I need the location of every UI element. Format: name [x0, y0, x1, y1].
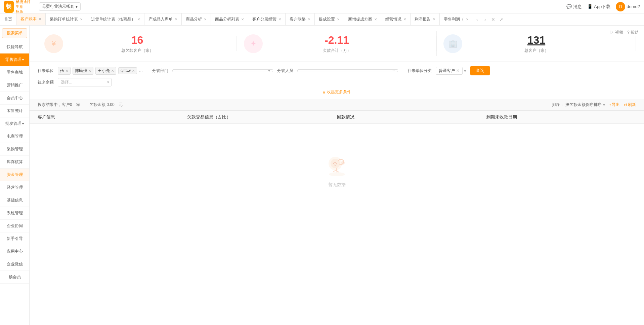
- tab-business[interactable]: 经营情况 ✕: [381, 13, 411, 26]
- export-icon: ↑: [609, 103, 611, 107]
- filter-tag-cjttcw: cjttcw ✕: [118, 67, 137, 74]
- collapse-icon: ∧: [323, 90, 326, 95]
- dept-input[interactable]: ▾: [172, 69, 273, 72]
- sidebar-item-retail-mall[interactable]: 零售商城: [0, 66, 29, 79]
- sidebar-item-app-center[interactable]: 应用中心: [0, 245, 29, 258]
- sort-label: 排序： 按欠款金额倒序排序 ▾: [552, 102, 605, 108]
- close-tab-icon[interactable]: ✕: [337, 17, 340, 21]
- sidebar: 搜索菜单 快捷导航 零售管理 ▾ 零售商城 营销推广 会员中心 零售统计 批发管…: [0, 26, 30, 325]
- account-selector[interactable]: 母婴行业演示帐套 ▾: [39, 2, 81, 11]
- tab-product-analysis-list[interactable]: 商品分析列表 ✕: [211, 13, 248, 26]
- tab-retail-profit[interactable]: 零售利润（ ✕: [440, 13, 473, 26]
- stat3-icon: 🏢: [443, 34, 462, 53]
- nav-expand-icon[interactable]: ⤢: [497, 13, 505, 26]
- stat-total-debt-amount: ✦ -2.11 欠款合计（万）: [237, 31, 437, 56]
- tab-product-inbound[interactable]: 产成品入库单 ✕: [144, 13, 182, 26]
- top-right: 💬 消息 📱 App下载 D demo2: [566, 2, 640, 11]
- classify-label: 往来单位分类: [407, 68, 432, 74]
- sidebar-item-retail-stats[interactable]: 零售统计: [0, 105, 29, 117]
- stat-total-debt-customers: ¥ 16 总欠款客户（家）: [38, 31, 237, 56]
- sidebar-item-purchase[interactable]: 采购管理: [0, 143, 29, 156]
- search-result-bar: 搜索结果中，客户0家 欠款金额 0.00元 排序： 按欠款金额倒序排序 ▾ ↑ …: [30, 99, 644, 111]
- tab-promotion-settings[interactable]: 提成设置 ✕: [315, 13, 344, 26]
- video-btn[interactable]: ▷ 视频: [610, 30, 623, 35]
- classify-tag-close[interactable]: ✕: [456, 68, 460, 73]
- filter-row-1: 往来单位 伍 ✕ 陈民强 ✕ 王小亮 ✕ cjttcw: [38, 66, 636, 75]
- balance-select[interactable]: 选择...: [58, 78, 112, 86]
- query-button[interactable]: 查询: [470, 66, 490, 75]
- person-input[interactable]: [297, 69, 398, 72]
- stat-total-customers: 🏢 131 总客户（家）: [437, 31, 636, 56]
- close-tab-icon[interactable]: ✕: [175, 17, 177, 21]
- tab-profit-report[interactable]: 利润报告 ✕: [411, 13, 440, 26]
- sidebar-item-batch-mgmt[interactable]: 批发管理 ▾: [0, 117, 29, 130]
- tab-product-analysis[interactable]: 商品分析 ✕: [182, 13, 211, 26]
- close-tab-icon[interactable]: ✕: [308, 17, 310, 21]
- tab-customer-cost[interactable]: 客户账本 ✕: [16, 13, 46, 26]
- close-tab-icon[interactable]: ✕: [433, 17, 435, 21]
- chevron-icon: ▾: [22, 122, 24, 125]
- user-avatar[interactable]: D demo2: [616, 2, 640, 11]
- tag-close-chen[interactable]: ✕: [88, 69, 91, 73]
- collapse-btn[interactable]: ∧ 收起更多条件: [323, 89, 351, 95]
- sidebar-item-quick-nav[interactable]: 快捷导航: [0, 41, 29, 53]
- classify-dropdown-icon[interactable]: ▾: [464, 68, 466, 73]
- tab-new-promotion[interactable]: 新增提成方案 ✕: [344, 13, 381, 26]
- nav-close-icon[interactable]: ✕: [489, 13, 497, 26]
- sidebar-item-enterprise-wechat[interactable]: 企业微信: [0, 258, 29, 271]
- sidebar-item-operations[interactable]: 经营管理: [0, 181, 29, 194]
- tab-customer-contact[interactable]: 客户联络 ✕: [286, 13, 315, 26]
- video-help-area: ▷ 视频 ? 帮助: [610, 30, 639, 35]
- sidebar-item-basic-info[interactable]: 基础信息: [0, 194, 29, 207]
- sidebar-item-inventory[interactable]: 库存核算: [0, 156, 29, 169]
- tab-purchase-stats[interactable]: 进货单统计表（按商品） ✕: [87, 13, 144, 26]
- app-download-btn[interactable]: 📱 App下载: [587, 4, 610, 10]
- sidebar-item-enterprise[interactable]: 企业协同: [0, 220, 29, 232]
- stat3-label: 总客户（家）: [524, 48, 549, 53]
- chevron-down-icon: ▾: [268, 68, 270, 73]
- help-btn[interactable]: ? 帮助: [627, 30, 639, 35]
- close-tab-icon[interactable]: ✕: [204, 17, 207, 21]
- close-tab-icon[interactable]: ✕: [241, 17, 244, 21]
- svg-point-5: [336, 163, 337, 164]
- sidebar-item-ecommerce[interactable]: 电商管理: [0, 130, 29, 143]
- sidebar-item-finance[interactable]: 资金管理: [0, 169, 29, 181]
- col-customer-info: 客户信息: [38, 114, 187, 120]
- close-tab-icon[interactable]: ✕: [80, 17, 83, 21]
- filter-tags: 伍 ✕ 陈民强 ✕ 王小亮 ✕ cjttcw ✕ ···: [58, 67, 143, 75]
- sidebar-item-new-guide[interactable]: 新手引导: [0, 232, 29, 245]
- tab-home[interactable]: 首页: [0, 13, 16, 26]
- close-tab-icon[interactable]: ✕: [403, 17, 406, 21]
- sidebar-item-member-center[interactable]: 会员中心: [0, 92, 29, 105]
- search-result-info: 搜索结果中，客户0家 欠款金额 0.00元: [38, 102, 131, 108]
- tab-purchase-order[interactable]: 采购订单统计表 ✕: [46, 13, 87, 26]
- tag-close-wu[interactable]: ✕: [66, 69, 68, 73]
- search-menu-btn[interactable]: 搜索菜单: [2, 28, 27, 38]
- export-btn[interactable]: ↑ 导出: [609, 102, 620, 108]
- close-tab-icon[interactable]: ✕: [278, 17, 281, 21]
- sidebar-item-marketing[interactable]: 营销推广: [0, 79, 29, 92]
- nav-prev-arrow[interactable]: ‹: [473, 13, 481, 26]
- tag-close-wang[interactable]: ✕: [111, 69, 114, 73]
- sidebar-item-system[interactable]: 系统管理: [0, 207, 29, 220]
- empty-state-icon: [324, 151, 350, 178]
- filter-tag-chen: 陈民强 ✕: [73, 67, 93, 75]
- col-due-date: 到期未收款日期: [486, 114, 636, 120]
- stat2-icon: ✦: [244, 34, 263, 53]
- person-label: 分管人员: [277, 68, 293, 74]
- close-tab-icon[interactable]: ✕: [137, 17, 140, 21]
- sidebar-item-vip[interactable]: 畅会员: [0, 271, 29, 284]
- close-tab-icon[interactable]: ✕: [466, 17, 469, 21]
- tab-customer-layer[interactable]: 客户分层经营 ✕: [248, 13, 286, 26]
- tag-close-cjttcw[interactable]: ✕: [132, 69, 135, 73]
- nav-next-arrow[interactable]: ›: [481, 13, 489, 26]
- close-tab-icon[interactable]: ✕: [39, 17, 41, 21]
- tag-more[interactable]: ···: [139, 68, 143, 73]
- sort-chevron-icon[interactable]: ▾: [603, 103, 605, 107]
- refresh-btn[interactable]: ↺ 刷新: [624, 102, 636, 108]
- col-debt-info: 欠款交易信息（占比）: [187, 114, 337, 120]
- close-tab-icon[interactable]: ✕: [374, 17, 377, 21]
- debt-amount-info: 欠款金额 0.00元: [89, 102, 127, 107]
- message-btn[interactable]: 💬 消息: [566, 4, 582, 10]
- sidebar-item-retail-mgmt[interactable]: 零售管理 ▾: [0, 53, 29, 66]
